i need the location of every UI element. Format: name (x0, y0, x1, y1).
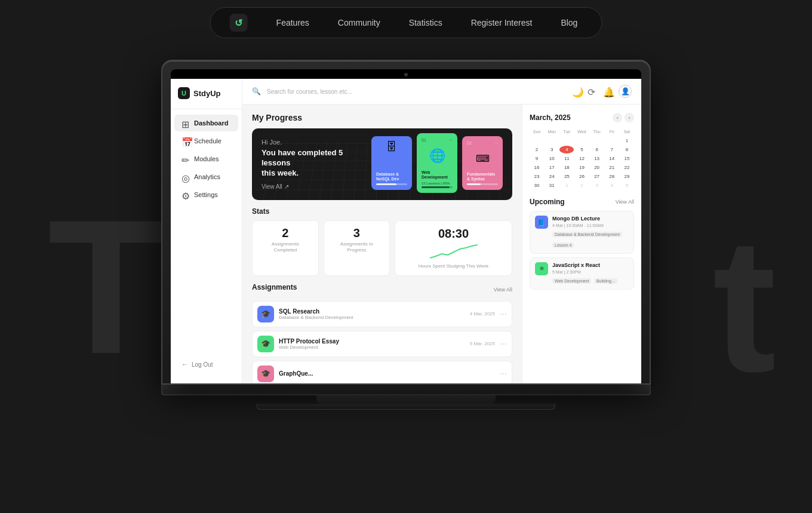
cal-cell[interactable] (559, 137, 574, 145)
upcoming-mongo: 📘 Mongo DB Lecture 4 Mar | 10:30AM - 11:… (530, 211, 634, 254)
course-card-database: 🗄 Database & NoSQL Dev (371, 136, 412, 190)
cal-cell-23[interactable]: 23 (530, 173, 544, 180)
navbar: ↺ Features Community Statistics Register… (210, 7, 602, 38)
cal-cell-30[interactable]: 30 (530, 182, 544, 189)
assignment-graphql-name: GraphQue... (279, 370, 495, 377)
sidebar-modules-label: Modules (194, 155, 219, 162)
cal-cell-12[interactable]: 12 (574, 155, 589, 162)
assignments-view-all[interactable]: View All (494, 287, 512, 293)
upcoming-mongo-meta: 4 Mar | 10:30AM - 11:00AM (552, 223, 629, 228)
cal-cell-16[interactable]: 16 (530, 164, 544, 171)
card-webdev-num: 01 (422, 138, 426, 142)
cal-cell-3[interactable]: 3 (545, 146, 559, 153)
cal-cell[interactable] (605, 137, 619, 145)
cal-cell[interactable]: 4 (605, 182, 619, 189)
cal-cell-25[interactable]: 25 (559, 173, 574, 180)
moon-icon[interactable]: 🌙 (572, 87, 582, 96)
cal-cell-24[interactable]: 24 (545, 173, 559, 180)
cal-cell-7[interactable]: 7 (605, 146, 619, 153)
sidebar-logout[interactable]: ← Log Out (174, 356, 238, 373)
laptop-outer: U StdyUp ⊞ Dashboard 📅 Schedule ✏ Module… (161, 60, 651, 385)
cal-cell-17[interactable]: 17 (545, 164, 559, 171)
sidebar-item-dashboard[interactable]: ⊞ Dashboard (174, 115, 238, 131)
assignment-graphql-info: GraphQue... (279, 370, 495, 377)
nav-features[interactable]: Features (272, 16, 314, 30)
cal-cell-31[interactable]: 31 (545, 182, 559, 189)
laptop-stand (316, 395, 496, 404)
nav-register[interactable]: Register Interest (466, 16, 537, 30)
upcoming-header: Upcoming View All (530, 198, 634, 206)
upcoming-mongo-info: Mongo DB Lecture 4 Mar | 10:30AM - 11:00… (552, 216, 629, 249)
sidebar-item-analytics[interactable]: ◎ Analytics (174, 168, 238, 185)
progress-banner: Hi Joe. You have completed 5 lessons thi… (252, 128, 512, 200)
cal-cell[interactable] (530, 137, 544, 145)
banner-view-all[interactable]: View All ↗ (262, 183, 371, 190)
settings-icon: ⚙ (182, 191, 190, 199)
cal-cell-14[interactable]: 14 (605, 155, 619, 162)
course-card-fundamentals: 02 ··· ⌨ Fundamentals & Syntax (462, 136, 503, 190)
camera-dot (404, 73, 408, 76)
bell-icon[interactable]: 🔔 (603, 87, 613, 96)
laptop-mockup: U StdyUp ⊞ Dashboard 📅 Schedule ✏ Module… (161, 60, 651, 410)
topbar: 🔍 Search for courses, lesson etc... 🌙 ⟳ … (242, 79, 641, 105)
card-fundamentals-num: 02 (467, 141, 472, 145)
cal-cell-4-today[interactable]: 4 (559, 146, 574, 153)
avatar[interactable]: 👤 (619, 85, 632, 98)
cal-cell-21[interactable]: 21 (605, 164, 619, 171)
sidebar-item-schedule[interactable]: 📅 Schedule (174, 133, 238, 149)
sidebar-item-modules[interactable]: ✏ Modules (174, 150, 238, 167)
cal-cell-5[interactable]: 5 (574, 146, 589, 153)
nav-blog[interactable]: Blog (556, 16, 582, 30)
stat-inprogress-num: 3 (331, 227, 383, 239)
cal-cell[interactable] (590, 137, 604, 145)
assignment-graphql: 🎓 GraphQue... ⋯ (252, 361, 512, 383)
upcoming-jsreact-info: JavaScript x React 5 Mar | 2:30PM Web De… (552, 262, 617, 285)
assignment-http-sub: Web Development (279, 345, 465, 350)
cal-cell-20[interactable]: 20 (590, 164, 604, 171)
assignment-graphql-menu[interactable]: ⋯ (500, 370, 507, 378)
sidebar-brand-name: StdyUp (193, 89, 221, 98)
cal-cell-8[interactable]: 8 (620, 146, 634, 153)
assignment-http-name: HTTP Protocol Essay (279, 338, 465, 345)
laptop-base (257, 404, 555, 410)
cal-cell[interactable]: 1 (559, 182, 574, 189)
cal-cell-10[interactable]: 10 (545, 155, 559, 162)
cal-cell[interactable]: 3 (590, 182, 604, 189)
cal-cell-9[interactable]: 9 (530, 155, 544, 162)
calendar-next[interactable]: › (625, 113, 634, 122)
upcoming-jsreact-meta: 5 Mar | 2:30PM (552, 270, 617, 274)
calendar-prev[interactable]: ‹ (613, 113, 622, 122)
cal-cell-26[interactable]: 26 (574, 173, 589, 180)
cal-cell-1[interactable]: 1 (620, 137, 634, 145)
cal-cell[interactable]: 5 (620, 182, 634, 189)
cal-cell[interactable]: 2 (574, 182, 589, 189)
laptop-bottom (161, 385, 651, 395)
cal-cell-6[interactable]: 6 (590, 146, 604, 153)
search-icon: 🔍 (252, 87, 261, 96)
cal-cell-11[interactable]: 11 (559, 155, 574, 162)
cal-cell-15[interactable]: 15 (620, 155, 634, 162)
rotate-icon[interactable]: ⟳ (588, 87, 597, 96)
search-input[interactable]: Search for courses, lesson etc... (267, 88, 566, 95)
cal-cell-19[interactable]: 19 (574, 164, 589, 171)
cal-cell-2[interactable]: 2 (530, 146, 544, 153)
stat-inprogress: 3 Assignments In Progress (324, 220, 390, 276)
cal-cell-27[interactable]: 27 (590, 173, 604, 180)
cal-cell-28[interactable]: 28 (605, 173, 619, 180)
assignment-graphql-icon: 🎓 (257, 365, 274, 382)
cal-cell-13[interactable]: 13 (590, 155, 604, 162)
cal-cell[interactable] (574, 137, 589, 145)
assignment-sql-menu[interactable]: ⋯ (500, 310, 507, 318)
stat-hours-time: 08:30 (438, 227, 469, 241)
nav-community[interactable]: Community (333, 16, 385, 30)
cal-cell-22[interactable]: 22 (620, 164, 634, 171)
cal-cell-29[interactable]: 29 (620, 173, 634, 180)
sidebar-item-settings[interactable]: ⚙ Settings (174, 186, 238, 203)
nav-statistics[interactable]: Statistics (404, 16, 447, 30)
cal-cell-18[interactable]: 18 (559, 164, 574, 171)
assignment-http-menu[interactable]: ⋯ (500, 340, 507, 348)
cal-cell[interactable] (545, 137, 559, 145)
sidebar-schedule-label: Schedule (194, 137, 222, 145)
upcoming-view-all[interactable]: View All (616, 199, 634, 205)
card-database-title: Database & NoSQL Dev (376, 172, 407, 182)
